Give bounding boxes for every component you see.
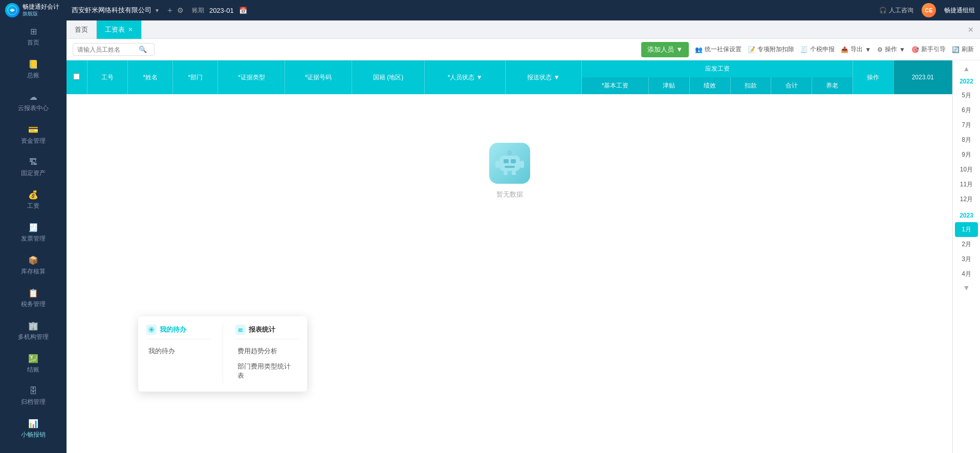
month-panel: ▲ 2022 5月 6月 7月 8月 9月 10月 11月 12月 2023 1… <box>952 60 980 453</box>
year-2022: 2022 <box>953 75 980 88</box>
multi-org-icon: 🏢 <box>28 321 38 331</box>
popup-col-todo: 我的待办 我的待办 <box>146 325 210 383</box>
settings-icon[interactable]: ⚙ <box>177 6 184 14</box>
sidebar-item-tax[interactable]: 📋 税务管理 <box>0 282 67 315</box>
month-2022-9[interactable]: 9月 <box>953 147 980 162</box>
col-deduct: 扣款 <box>730 77 771 94</box>
sidebar-item-home[interactable]: ⊞ 首页 <box>0 20 67 53</box>
search-input[interactable] <box>77 46 139 53</box>
month-nav-down[interactable]: ▼ <box>953 282 980 294</box>
new-guide-action[interactable]: 🎯 新手引导 <box>911 45 946 54</box>
month-2023-2[interactable]: 2月 <box>953 237 980 252</box>
service-label: 人工咨询 <box>889 6 913 15</box>
salary-table: 工号 *姓名 *部门 *证据类型 *证据号码 国籍 (地区) *人员状态 ▼ 报… <box>67 60 952 94</box>
personal-tax-action[interactable]: 🧾 个税申报 <box>800 45 835 54</box>
month-2022-11[interactable]: 11月 <box>953 177 980 192</box>
refresh-action[interactable]: 🔄 刷新 <box>952 45 974 54</box>
sidebar-item-checkout[interactable]: 💹 结账 <box>0 348 67 380</box>
sidebar-item-archive[interactable]: 🗄 归档管理 <box>0 380 67 413</box>
month-2022-10[interactable]: 10月 <box>953 162 980 177</box>
sidebar-item-salary[interactable]: 💰 工资 <box>0 184 67 217</box>
popup-item-my-todo[interactable]: 我的待办 <box>146 343 210 359</box>
salary-icon: 💰 <box>28 190 38 200</box>
social-insurance-action[interactable]: 👥 统一社保设置 <box>695 45 742 54</box>
main-layout: ⊞ 首页 📒 总账 ☁ 云报表中心 💳 资金管理 🏗 固定资产 💰 工资 🧾 发… <box>0 20 980 453</box>
service-button[interactable]: 🎧 人工咨询 <box>879 6 913 15</box>
col-salary-group: 应发工资 <box>582 60 853 77</box>
export-action[interactable]: 📤 导出 ▼ <box>841 45 871 54</box>
tax-deduction-label: 专项附加扣除 <box>757 45 794 54</box>
popup-col-todo-header: 我的待办 <box>146 325 210 339</box>
month-2023-3[interactable]: 3月 <box>953 252 980 267</box>
sidebar-item-invoice[interactable]: 🧾 发票管理 <box>0 217 67 249</box>
col-number: 工号 <box>87 60 128 94</box>
social-insurance-label: 统一社保设置 <box>705 45 742 54</box>
year-2023: 2023 <box>953 209 980 222</box>
user-avatar: CE <box>922 3 936 17</box>
svg-rect-3 <box>511 159 516 163</box>
month-2023-1[interactable]: 1月 <box>955 222 978 237</box>
sidebar-label-multi-org: 多机构管理 <box>18 333 49 341</box>
reports-col-label: 报表统计 <box>249 325 275 334</box>
calendar-icon[interactable]: 📅 <box>239 7 247 14</box>
col-person-status: *人员状态 ▼ <box>425 60 506 94</box>
sidebar-item-multi-org[interactable]: 🏢 多机构管理 <box>0 315 67 348</box>
sidebar-item-ledger[interactable]: 📒 总账 <box>0 53 67 86</box>
new-guide-label: 新手引导 <box>921 45 946 54</box>
month-2022-7[interactable]: 7月 <box>953 118 980 133</box>
close-all-button[interactable]: ✕ <box>962 26 980 34</box>
tax-deduction-action[interactable]: 📝 专项附加扣除 <box>748 45 794 54</box>
header-right: 🎧 人工咨询 CE 畅捷通组组 <box>879 3 975 17</box>
month-2022-5[interactable]: 5月 <box>953 88 980 103</box>
content-area: 首页 工资表 ✕ ✕ 🔍 添加人员 ▼ 👥 统一社保设置 <box>67 20 980 453</box>
sidebar-label-xiaochang: 小畅报销 <box>21 430 46 439</box>
refresh-icon: 🔄 <box>952 46 960 53</box>
select-all-checkbox[interactable] <box>73 73 80 80</box>
add-company-icon[interactable]: ＋ <box>166 5 174 16</box>
tab-bar: 首页 工资表 ✕ ✕ <box>67 20 980 39</box>
operations-action[interactable]: ⚙ 操作 ▼ <box>877 45 905 54</box>
col-dept: *部门 <box>173 60 218 94</box>
home-icon: ⊞ <box>30 27 37 36</box>
add-person-dropdown-icon: ▼ <box>676 46 683 53</box>
logo-title: 畅捷通好会计 <box>23 3 59 10</box>
tab-salary[interactable]: 工资表 ✕ <box>97 20 142 39</box>
todo-col-label: 我的待办 <box>160 325 186 334</box>
month-2022-12[interactable]: 12月 <box>953 192 980 207</box>
svg-rect-6 <box>495 161 499 168</box>
popup-item-expense-trend[interactable]: 费用趋势分析 <box>235 343 299 359</box>
sidebar-item-xiaochang[interactable]: 📊 小畅报销 <box>0 413 67 445</box>
tab-home-label: 首页 <box>75 25 88 34</box>
empty-robot-icon <box>489 143 530 184</box>
popup-menu: 我的待办 我的待办 报表统计 <box>138 316 307 392</box>
col-id-number: *证据号码 <box>285 60 352 94</box>
tax-icon: 📋 <box>28 288 38 298</box>
fund-icon: 💳 <box>28 125 38 135</box>
month-2023-4[interactable]: 4月 <box>953 267 980 282</box>
col-checkbox[interactable] <box>67 60 87 94</box>
tab-home[interactable]: 首页 <box>67 20 97 39</box>
month-nav-up[interactable]: ▲ <box>953 62 980 75</box>
sidebar-label-fund: 资金管理 <box>21 137 46 145</box>
invoice-icon: 🧾 <box>28 223 38 232</box>
sidebar-item-assets[interactable]: 🏗 固定资产 <box>0 152 67 184</box>
sidebar-item-inventory[interactable]: 📦 库存核算 <box>0 249 67 282</box>
popup-col-reports: 报表统计 费用趋势分析 部门费用类型统计表 <box>235 325 299 383</box>
logo-text-block: 畅捷通好会计 旗舰版 <box>23 3 59 17</box>
search-icon: 🔍 <box>139 46 147 53</box>
search-box[interactable]: 🔍 <box>73 43 155 56</box>
month-2022-6[interactable]: 6月 <box>953 103 980 118</box>
sidebar-item-basic[interactable]: ⚙ 基础设置 <box>0 445 67 453</box>
tab-salary-close[interactable]: ✕ <box>128 26 133 33</box>
popup-item-expense-type[interactable]: 部门费用类型统计表 <box>235 359 299 383</box>
sidebar-item-fund[interactable]: 💳 资金管理 <box>0 119 67 152</box>
month-2022-8[interactable]: 8月 <box>953 133 980 147</box>
col-name: *姓名 <box>128 60 173 94</box>
add-person-button[interactable]: 添加人员 ▼ <box>641 42 689 57</box>
sidebar-label-salary: 工资 <box>27 202 39 210</box>
checkout-icon: 💹 <box>28 354 38 363</box>
col-report-status: 报送状态 ▼ <box>505 60 581 94</box>
table-month-wrapper: 工号 *姓名 *部门 *证据类型 *证据号码 国籍 (地区) *人员状态 ▼ 报… <box>67 60 980 453</box>
company-dropdown-icon[interactable]: ▼ <box>155 8 160 13</box>
sidebar-item-cloud-reports[interactable]: ☁ 云报表中心 <box>0 86 67 119</box>
